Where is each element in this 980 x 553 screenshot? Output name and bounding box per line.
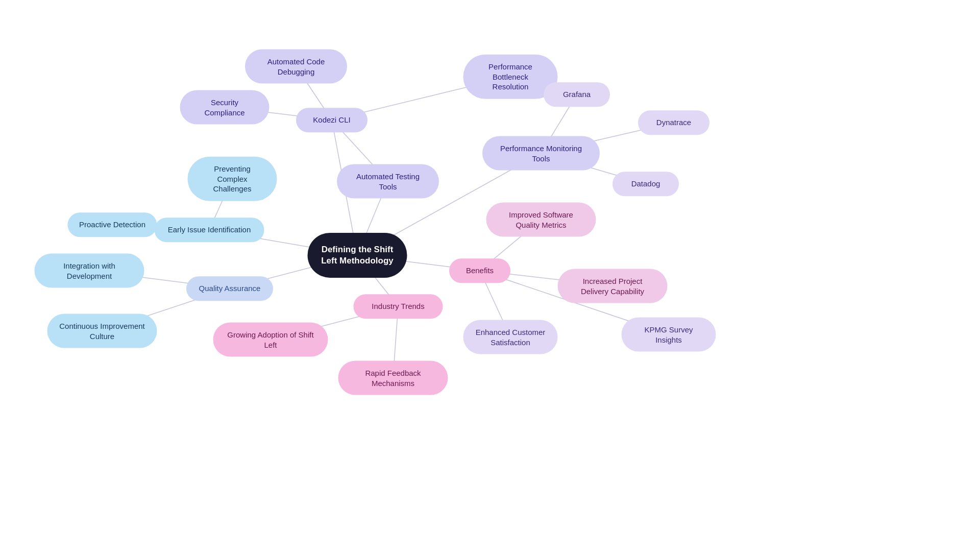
node-continuous-improvement: Continuous Improvement Culture	[47, 314, 157, 348]
node-grafana: Grafana	[544, 82, 610, 107]
node-increased-delivery: Increased Project Delivery Capability	[558, 269, 668, 303]
node-kpmg: KPMG Survey Insights	[622, 318, 716, 352]
node-preventing-complex: Preventing Complex Challenges	[188, 157, 277, 201]
node-security: Security Compliance	[180, 90, 270, 125]
node-rapid-feedback: Rapid Feedback Mechanisms	[338, 361, 448, 395]
mind-map: Defining the Shift Left MethodologyKodez…	[0, 0, 980, 553]
node-early-issue: Early Issue Identification	[155, 218, 264, 242]
node-integration-dev: Integration with Development	[35, 254, 144, 288]
node-growing-adoption: Growing Adoption of Shift Left	[213, 323, 328, 357]
node-quality-assurance: Quality Assurance	[186, 276, 273, 301]
node-performance-monitoring: Performance Monitoring Tools	[482, 136, 600, 171]
node-automated-testing: Automated Testing Tools	[337, 164, 439, 199]
node-automated-code: Automated Code Debugging	[245, 50, 347, 84]
node-datadog: Datadog	[612, 172, 679, 196]
center-node: Defining the Shift Left Methodology	[308, 233, 407, 278]
node-enhanced-customer: Enhanced Customer Satisfaction	[463, 320, 558, 354]
node-dynatrace: Dynatrace	[638, 110, 709, 135]
node-improved-quality: Improved Software Quality Metrics	[486, 203, 596, 237]
node-industry-trends: Industry Trends	[354, 294, 443, 319]
node-kodezi-cli: Kodezi CLI	[296, 108, 368, 132]
node-benefits: Benefits	[449, 258, 510, 283]
node-proactive-detection: Proactive Detection	[68, 212, 157, 237]
